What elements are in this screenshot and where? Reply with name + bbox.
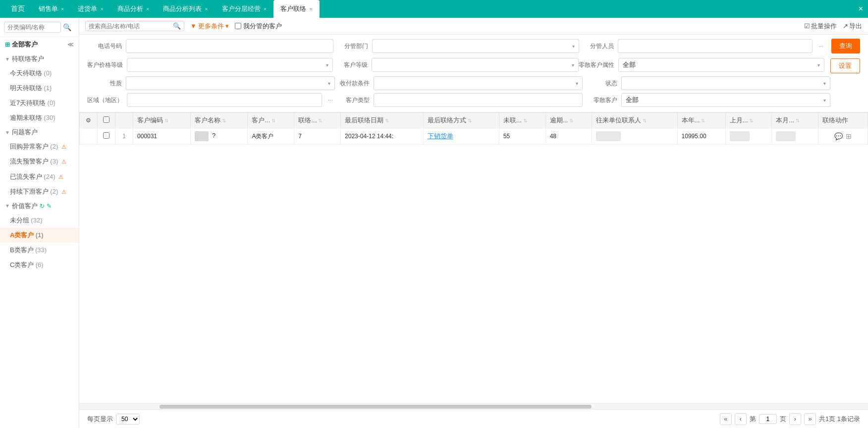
select-all-checkbox[interactable] xyxy=(103,116,109,123)
sidebar-item-repurchase-abnormal[interactable]: 回购异常客户 (2) ⚠ xyxy=(0,139,79,154)
query-button[interactable]: 查询 xyxy=(831,39,860,54)
export-button[interactable]: ↗ 导出 xyxy=(843,22,862,31)
more-icon[interactable]: ··· xyxy=(816,43,825,50)
nav-tab-purchase[interactable]: 进货单 × xyxy=(71,0,110,18)
close-icon[interactable]: × xyxy=(100,6,103,12)
th-not-contact[interactable]: 未联... ⇅ xyxy=(499,113,545,128)
nav-tab-analysis-list[interactable]: 商品分析列表 × xyxy=(156,0,215,18)
close-icon[interactable]: × xyxy=(146,6,149,12)
th-code[interactable]: 客户编码 ⇅ xyxy=(133,113,191,128)
nav-tab-customer-contact[interactable]: 客户联络 × xyxy=(273,0,319,18)
sidebar-item-unclassified[interactable]: 未分组 (32) xyxy=(0,213,79,228)
search-input-wrap: 🔍 xyxy=(85,21,184,31)
my-customer-checkbox[interactable] xyxy=(235,23,241,29)
td-last-method[interactable]: 下销货单 xyxy=(423,128,499,145)
th-last-month[interactable]: 上月... ⇅ xyxy=(725,113,772,128)
status-select[interactable]: ▾ xyxy=(621,76,830,90)
more-icon[interactable]: ··· xyxy=(326,97,335,104)
table-scroll-thumb[interactable] xyxy=(160,405,591,409)
grid-action-icon[interactable]: ⊞ xyxy=(846,132,852,140)
batch-operation-button[interactable]: ☑ 批量操作 xyxy=(804,22,837,31)
retail-attr-select[interactable]: 全部 ▾ xyxy=(618,58,824,72)
sidebar-item-7day-pending[interactable]: 近7天待联络 (0) xyxy=(0,96,79,110)
page-size-select[interactable]: 50 xyxy=(116,414,140,425)
table-scroll-track[interactable] xyxy=(79,403,868,409)
close-icon[interactable]: × xyxy=(264,6,267,12)
edit-icon[interactable]: ✎ xyxy=(47,203,52,210)
th-overdue[interactable]: 逾期... ⇅ xyxy=(545,113,592,128)
pay-condition-select[interactable]: ▾ xyxy=(374,76,583,90)
value-group-label[interactable]: ▼ 价值客户 ↻ ✎ xyxy=(0,199,79,213)
pending-group-label[interactable]: ▼ 待联络客户 xyxy=(0,52,79,66)
filter-dept: 分管部门 ▾ xyxy=(333,39,580,53)
chevron-down-icon: ▾ xyxy=(572,62,574,68)
sidebar-item-tomorrow-pending[interactable]: 明天待联络 (1) xyxy=(0,81,79,96)
nav-home[interactable]: 首页 xyxy=(4,0,32,18)
nav-tab-customer-mgmt[interactable]: 客户分层经营 × xyxy=(215,0,273,18)
price-level-select[interactable]: ▾ xyxy=(127,58,333,72)
sidebar-item-today-pending[interactable]: 今天待联络 (0) xyxy=(0,66,79,81)
dept-select[interactable]: ▾ xyxy=(372,39,580,53)
status-label: 状态 xyxy=(583,79,617,88)
content-area: 🔍 ▼ 更多条件 ▾ 我分管的客户 ☑ 批量操作 ↗ 导出 xyxy=(79,18,868,428)
person-input[interactable] xyxy=(618,39,813,53)
th-gear[interactable]: ⚙ xyxy=(80,113,98,128)
all-customers-header[interactable]: ⊞ 全部客户 ≪ xyxy=(0,37,79,52)
filter-row-4: 区域（地区） ··· 客户类型 零散客户 全部 ▾ xyxy=(87,93,860,107)
cust-level-select[interactable]: ▾ xyxy=(372,58,579,72)
search-input[interactable] xyxy=(89,23,173,30)
sidebar-item-overdue[interactable]: 逾期未联络 (30) xyxy=(0,110,79,125)
prev-page-button[interactable]: ‹ xyxy=(735,413,747,425)
comment-icon[interactable]: 💬 xyxy=(834,132,843,140)
sidebar-item-c-class[interactable]: C类客户 (6) xyxy=(0,258,79,272)
td-this-month xyxy=(772,128,818,145)
nav-tab-analysis[interactable]: 商品分析 × xyxy=(110,0,156,18)
close-icon[interactable]: × xyxy=(61,6,64,12)
collapse-icon[interactable]: ≪ xyxy=(67,41,74,48)
refresh-icon[interactable]: ↻ xyxy=(40,203,45,210)
last-month-placeholder xyxy=(730,131,750,141)
sidebar-search-icon[interactable]: 🔍 xyxy=(63,23,71,31)
sidebar-item-a-class[interactable]: A类客户 (1) xyxy=(0,228,79,243)
th-this-month[interactable]: 本月... ⇅ xyxy=(772,113,818,128)
close-all-tabs-button[interactable]: × xyxy=(859,4,863,13)
search-icon[interactable]: 🔍 xyxy=(173,22,181,30)
page-number-input[interactable] xyxy=(759,414,777,424)
filter-retail-attr: 零散客户属性 全部 ▾ xyxy=(579,58,824,72)
problem-group-label[interactable]: ▼ 问题客户 xyxy=(0,125,79,139)
nav-tab-sales[interactable]: 销售单 × xyxy=(32,0,71,18)
th-name[interactable]: 客户名称 ⇅ xyxy=(190,113,248,128)
sidebar-item-b-class[interactable]: B类客户 (33) xyxy=(0,243,79,258)
retail-cust-select[interactable]: 全部 ▾ xyxy=(621,93,830,107)
close-icon[interactable]: × xyxy=(309,6,312,12)
nature-select[interactable]: ▾ xyxy=(126,76,335,90)
filter-row-3: 性质 ▾ 收付款条件 ▾ 状态 ▾ xyxy=(87,76,860,90)
phone-input[interactable] xyxy=(126,39,333,53)
more-filter-button[interactable]: ▼ 更多条件 ▾ xyxy=(190,22,229,31)
region-input[interactable] xyxy=(127,93,322,107)
sidebar-item-declining[interactable]: 持续下滑客户 (2) ⚠ xyxy=(0,184,79,199)
filter-bar: 🔍 ▼ 更多条件 ▾ 我分管的客户 ☑ 批量操作 ↗ 导出 xyxy=(79,18,868,35)
sort-icon: ⇅ xyxy=(385,118,389,123)
th-this-year[interactable]: 本年... ⇅ xyxy=(677,113,725,128)
th-prev-unit[interactable]: 往来单位联系人 ⇅ xyxy=(592,113,677,128)
cust-type-input[interactable] xyxy=(374,93,583,107)
last-page-button[interactable]: » xyxy=(804,413,816,425)
th-contact[interactable]: 联络... ⇅ xyxy=(294,113,341,128)
chevron-down-icon: ▾ xyxy=(328,81,330,86)
th-last-date[interactable]: 最后联络日期 ⇅ xyxy=(341,113,423,128)
sidebar-item-churn-warning[interactable]: 流失预警客户 (3) ⚠ xyxy=(0,154,79,169)
next-page-button[interactable]: › xyxy=(789,413,801,425)
td-overdue: 48 xyxy=(545,128,592,145)
retail-attr-label: 零散客户属性 xyxy=(579,61,614,69)
close-icon[interactable]: × xyxy=(205,6,208,12)
first-page-button[interactable]: « xyxy=(720,413,732,425)
sort-icon: ⇅ xyxy=(643,118,647,123)
td-not-contact: 55 xyxy=(499,128,545,145)
sidebar-item-churned[interactable]: 已流失客户 (24) ⚠ xyxy=(0,169,79,184)
sidebar-search-input[interactable] xyxy=(4,22,61,33)
th-cust-type[interactable]: 客户... ⇅ xyxy=(248,113,294,128)
row-checkbox[interactable] xyxy=(103,132,109,139)
setting-button[interactable]: 设置 xyxy=(830,58,860,73)
th-last-method[interactable]: 最后联络方式 ⇅ xyxy=(423,113,499,128)
